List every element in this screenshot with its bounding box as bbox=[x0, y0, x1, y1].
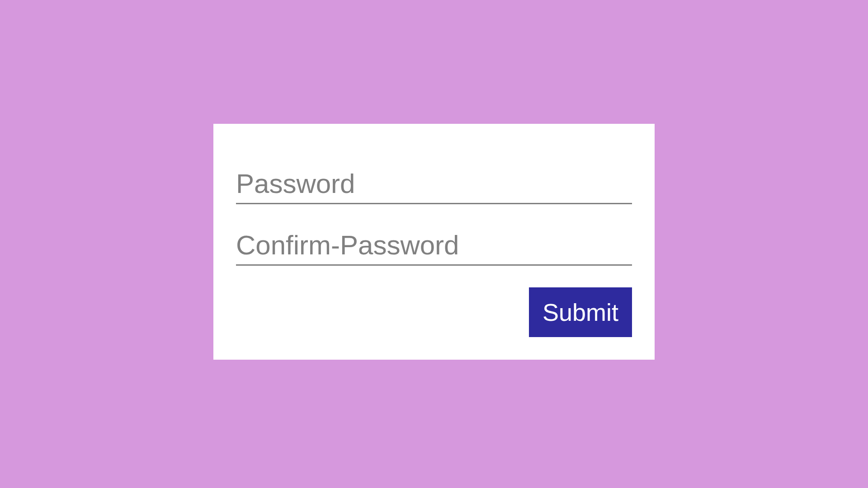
password-form-card: Submit bbox=[213, 124, 655, 360]
password-field-wrapper bbox=[236, 164, 632, 204]
button-row: Submit bbox=[236, 287, 632, 337]
confirm-password-field-wrapper bbox=[236, 226, 632, 266]
submit-button[interactable]: Submit bbox=[529, 287, 632, 337]
password-input[interactable] bbox=[236, 164, 632, 204]
confirm-password-input[interactable] bbox=[236, 226, 632, 266]
